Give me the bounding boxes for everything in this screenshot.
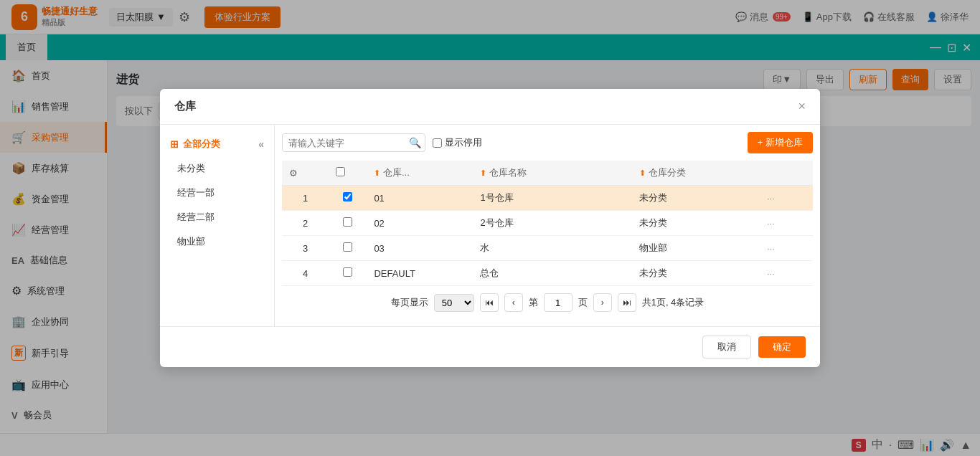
prev-page-btn[interactable]: ‹: [504, 293, 523, 312]
row-actions-3[interactable]: ···: [760, 261, 813, 286]
collapse-btn[interactable]: «: [258, 138, 264, 150]
row-check-1[interactable]: [329, 211, 367, 236]
modal-body: ⊞ 全部分类 « 未分类 经营一部 经营二部 物业部 🔍: [160, 125, 820, 326]
sort-icon-category: ⬆: [639, 168, 646, 177]
search-icon[interactable]: 🔍: [409, 137, 421, 148]
col-label-category: 仓库分类: [649, 167, 686, 178]
table-panel: 🔍 显示停用 + 新增仓库 ⚙: [275, 125, 820, 326]
table-toolbar: 🔍 显示停用 + 新增仓库: [282, 132, 813, 153]
modal-close-btn[interactable]: ×: [798, 99, 806, 114]
row-name-2: 水: [473, 236, 632, 261]
col-label-name: 仓库名称: [489, 167, 527, 178]
show-disabled-label[interactable]: 显示停用: [433, 136, 482, 149]
row-actions-0[interactable]: ···: [760, 186, 813, 211]
row-check-2[interactable]: [329, 236, 367, 261]
category-grid-icon: ⊞: [170, 138, 179, 150]
table-header-row: ⚙ ⬆ 仓库... ⬆ 仓库名称: [282, 161, 813, 186]
category-panel: ⊞ 全部分类 « 未分类 经营一部 经营二部 物业部: [160, 125, 275, 326]
modal-title: 仓库: [174, 100, 196, 113]
select-all-checkbox[interactable]: [336, 167, 345, 176]
row-name-0: 1号仓库: [473, 186, 632, 211]
row-no-0: 1: [282, 186, 329, 211]
th-check: [329, 161, 367, 186]
row-name-1: 2号仓库: [473, 211, 632, 236]
page-label: 第: [529, 296, 538, 309]
category-item-0[interactable]: 未分类: [160, 156, 274, 181]
category-item-3[interactable]: 物业部: [160, 229, 274, 254]
total-info: 共1页, 4条记录: [642, 296, 705, 309]
table-row[interactable]: 4 DEFAULT 总仓 未分类 ···: [282, 261, 813, 286]
per-page-label: 每页显示: [391, 296, 428, 309]
modal-footer: 取消 确定: [160, 326, 820, 367]
row-no-1: 2: [282, 211, 329, 236]
row-check-3[interactable]: [329, 261, 367, 286]
row-name-3: 总仓: [473, 261, 632, 286]
first-page-btn[interactable]: ⏮: [480, 293, 499, 312]
per-page-select[interactable]: 50 100: [434, 294, 474, 312]
category-item-2[interactable]: 经营二部: [160, 205, 274, 229]
row-code-1: 02: [367, 211, 473, 236]
row-no-3: 4: [282, 261, 329, 286]
row-code-0: 01: [367, 186, 473, 211]
modal-header: 仓库 ×: [160, 89, 820, 125]
sort-icon-code: ⬆: [374, 168, 380, 177]
row-category-0: 未分类: [632, 186, 760, 211]
table-scroll: ⚙ ⬆ 仓库... ⬆ 仓库名称: [282, 161, 813, 286]
page-number-input[interactable]: [544, 293, 573, 312]
search-input-wrap: 🔍: [282, 133, 425, 152]
table-row[interactable]: 1 01 1号仓库 未分类 ···: [282, 186, 813, 211]
th-category: ⬆ 仓库分类: [632, 161, 760, 186]
row-actions-1[interactable]: ···: [760, 211, 813, 236]
table-row[interactable]: 3 03 水 物业部 ···: [282, 236, 813, 261]
row-category-3: 未分类: [632, 261, 760, 286]
row-code-2: 03: [367, 236, 473, 261]
search-input[interactable]: [288, 138, 409, 148]
show-disabled-text: 显示停用: [445, 136, 482, 149]
row-category-1: 未分类: [632, 211, 760, 236]
row-actions-2[interactable]: ···: [760, 236, 813, 261]
category-header[interactable]: ⊞ 全部分类 «: [160, 132, 274, 156]
category-title: 全部分类: [183, 138, 220, 151]
row-code-3: DEFAULT: [367, 261, 473, 286]
add-warehouse-btn[interactable]: + 新增仓库: [748, 132, 813, 153]
th-actions: [760, 161, 813, 186]
row-category-2: 物业部: [632, 236, 760, 261]
show-disabled-checkbox[interactable]: [433, 138, 442, 148]
cancel-btn[interactable]: 取消: [702, 336, 751, 358]
table-head: ⚙ ⬆ 仓库... ⬆ 仓库名称: [282, 161, 813, 186]
row-no-2: 3: [282, 236, 329, 261]
th-code: ⬆ 仓库...: [367, 161, 473, 186]
sort-icon-name: ⬆: [480, 168, 486, 177]
table-body: 1 01 1号仓库 未分类 ··· 2 02 2号仓库 未分类 ··· 3 03…: [282, 186, 813, 286]
warehouse-modal: 仓库 × ⊞ 全部分类 « 未分类 经营一部 经营二部 物业部: [160, 89, 820, 367]
th-settings: ⚙: [282, 161, 329, 186]
row-check-0[interactable]: [329, 186, 367, 211]
page-suffix: 页: [578, 296, 588, 309]
next-page-btn[interactable]: ›: [593, 293, 612, 312]
add-warehouse-btn-label: + 新增仓库: [758, 136, 803, 149]
confirm-btn[interactable]: 确定: [758, 336, 806, 358]
category-item-1[interactable]: 经营一部: [160, 181, 274, 205]
table-row[interactable]: 2 02 2号仓库 未分类 ···: [282, 211, 813, 236]
settings-col-icon: ⚙: [289, 168, 298, 179]
pagination: 每页显示 50 100 ⏮ ‹ 第 页 › ⏭ 共1页, 4条记录: [282, 286, 813, 319]
warehouse-table: ⚙ ⬆ 仓库... ⬆ 仓库名称: [282, 161, 813, 286]
col-label-code: 仓库...: [383, 167, 410, 178]
last-page-btn[interactable]: ⏭: [618, 293, 636, 312]
th-name: ⬆ 仓库名称: [473, 161, 632, 186]
